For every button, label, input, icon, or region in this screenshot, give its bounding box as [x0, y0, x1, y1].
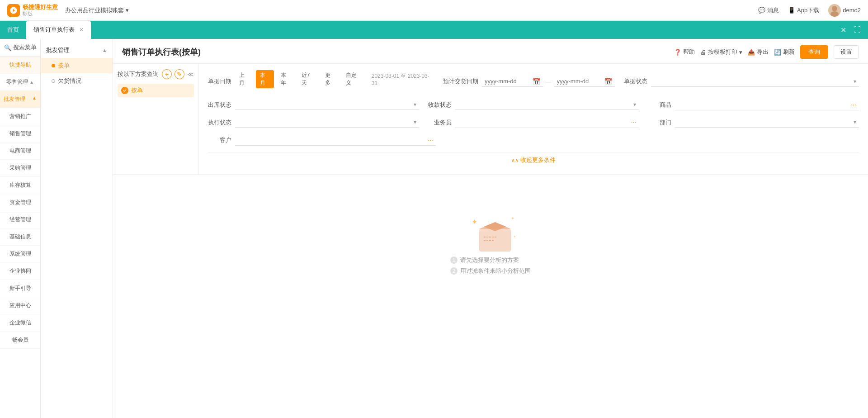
- export-label: 导出: [757, 48, 769, 56]
- sidebar-item-member-label: 畅会员: [12, 337, 28, 343]
- user-menu[interactable]: demo2: [828, 4, 861, 17]
- collapse-up-icon: ∧∧: [511, 157, 519, 163]
- date-tag-cur-year[interactable]: 本年: [277, 70, 295, 88]
- sidebar-item-finance[interactable]: 资金管理: [0, 194, 40, 211]
- recv-status-select[interactable]: ▾: [455, 100, 639, 110]
- sidebar-item-wechat[interactable]: 企业微信: [0, 314, 40, 332]
- help-icon: ❓: [674, 49, 681, 56]
- filter-left-header: 按以下方案查询 + ✎ ≪: [118, 69, 194, 79]
- sidebar-item-operations[interactable]: 经营管理: [0, 211, 40, 228]
- sidebar-item-purchase-label: 采购管理: [9, 165, 31, 171]
- sidebar-item-inventory[interactable]: 库存核算: [0, 177, 40, 194]
- collapse-bar[interactable]: ∧∧ 收起更多条件: [208, 152, 859, 168]
- export-btn[interactable]: 📤 导出: [748, 48, 769, 56]
- sidebar-item-marketing[interactable]: 营销推广: [0, 108, 40, 125]
- goods-more-icon[interactable]: ···: [851, 101, 856, 108]
- sidebar-item-basics[interactable]: 基础信息: [0, 228, 40, 246]
- sidebar-item-system[interactable]: 系统管理: [0, 246, 40, 263]
- sidebar-item-wholesale[interactable]: 批发管理 ▲: [0, 91, 40, 108]
- sidebar-item-corp-label: 企业协同: [9, 268, 31, 274]
- sidebar-item-finance-label: 资金管理: [9, 199, 31, 205]
- message-icon: 💬: [758, 7, 765, 14]
- company-name: 办公用品行业模拟账套: [65, 6, 124, 14]
- print-chevron-icon: ▾: [739, 49, 742, 56]
- calendar-from-icon[interactable]: 📅: [533, 78, 540, 85]
- add-plan-btn[interactable]: +: [162, 69, 172, 79]
- query-button[interactable]: 查询: [800, 45, 828, 59]
- tab-minimize-icon[interactable]: ✕: [839, 24, 848, 36]
- expected-date-to-input[interactable]: [557, 78, 603, 85]
- filter-field-out-status: 出库状态 ▾: [208, 100, 419, 110]
- app-download-btn[interactable]: 📱 App下载: [788, 6, 819, 14]
- date-tag-last7[interactable]: 近7天: [297, 70, 318, 88]
- sub-item-debt-label: 欠货情况: [58, 77, 81, 85]
- salesman-more-icon[interactable]: ···: [631, 119, 637, 126]
- tab-bar-actions: ✕ ⛶: [839, 24, 868, 36]
- print-icon: 🖨: [700, 49, 706, 56]
- calendar-to-icon[interactable]: 📅: [604, 78, 612, 85]
- plan-item-order[interactable]: 按单: [118, 84, 194, 97]
- home-tab-label: 首页: [7, 26, 19, 34]
- brand-name: 畅捷通好生意: [23, 4, 58, 11]
- tab-home[interactable]: 首页: [0, 21, 26, 39]
- expected-date-label: 预计交货日期: [443, 77, 478, 86]
- customer-more-icon[interactable]: ···: [428, 136, 433, 143]
- sidebar: 🔍 搜索菜单 快捷导航 零售管理 ▲ 批发管理 ▲ 营销推广 销售管理 电商管理…: [0, 39, 41, 418]
- sidebar-item-purchase[interactable]: 采购管理: [0, 160, 40, 177]
- tab-sales-order[interactable]: 销售订单执行表 ✕: [26, 21, 91, 39]
- sidebar-item-member[interactable]: 畅会员: [0, 332, 40, 349]
- sub-section-header[interactable]: 批发管理 ▲: [41, 43, 113, 58]
- print-btn[interactable]: 🖨 按模板打印 ▾: [700, 48, 742, 56]
- sidebar-item-ecommerce[interactable]: 电商管理: [0, 142, 40, 160]
- out-status-select[interactable]: ▾: [235, 100, 419, 110]
- avatar: [828, 4, 841, 17]
- sidebar-search[interactable]: 🔍 搜索菜单: [0, 39, 40, 57]
- page-header: 销售订单执行表(按单) ❓ 帮助 🖨 按模板打印 ▾ 📤 导出: [113, 39, 868, 64]
- top-bar-right: 💬 消息 📱 App下载 demo2: [758, 4, 861, 17]
- sidebar-item-newbie[interactable]: 新手引导: [0, 280, 40, 297]
- help-label: 帮助: [683, 48, 695, 56]
- filter-field-status: 单据状态 ▾: [624, 76, 859, 87]
- sidebar-item-appstore[interactable]: 应用中心: [0, 297, 40, 314]
- page-actions: ❓ 帮助 🖨 按模板打印 ▾ 📤 导出 🔄 刷新: [674, 45, 859, 59]
- status-chevron-icon: ▾: [854, 78, 856, 85]
- help-btn[interactable]: ❓ 帮助: [674, 48, 695, 56]
- svg-rect-2: [479, 229, 511, 252]
- status-select[interactable]: ▾: [651, 76, 859, 87]
- sidebar-item-quick-nav[interactable]: 快捷导航: [0, 57, 40, 74]
- hint-num-1: 1: [450, 256, 458, 264]
- empty-illustration: ✦ ✦ ✦: [468, 211, 513, 247]
- refresh-btn[interactable]: 🔄 刷新: [774, 48, 795, 56]
- filter-left-actions: + ✎ ≪: [162, 69, 194, 79]
- refresh-label: 刷新: [783, 48, 795, 56]
- tab-close-icon[interactable]: ✕: [79, 27, 84, 33]
- date-tag-custom[interactable]: 自定义: [342, 70, 365, 88]
- sidebar-item-retail[interactable]: 零售管理 ▲: [0, 74, 40, 91]
- expected-date-range: 📅 — 📅: [482, 76, 615, 87]
- edit-plan-btn[interactable]: ✎: [175, 69, 184, 79]
- sub-item-debt-dot: [52, 79, 55, 83]
- filter-row-4: 客户 ···: [208, 134, 436, 146]
- svg-point-1: [830, 11, 839, 17]
- sub-item-order[interactable]: 按单: [41, 58, 113, 73]
- sub-item-debt[interactable]: 欠货情况: [41, 73, 113, 89]
- date-tag-prev-month[interactable]: 上月: [235, 70, 253, 88]
- dept-chevron-icon: ▾: [854, 119, 856, 125]
- user-name: demo2: [843, 7, 861, 14]
- date-tag-bar: 上月 本月 本年 近7天 更多 自定义 2023-03-01 至 2023-03…: [235, 70, 434, 88]
- date-tag-cur-month[interactable]: 本月: [256, 70, 274, 88]
- date-tag-more[interactable]: 更多: [321, 70, 339, 88]
- exec-status-select[interactable]: ▾: [235, 117, 419, 128]
- plan-item-label: 按单: [131, 86, 143, 95]
- collapse-panel-btn[interactable]: ≪: [187, 71, 194, 78]
- app-label: App下载: [797, 6, 819, 14]
- settings-button[interactable]: 设置: [834, 45, 859, 59]
- tab-expand-icon[interactable]: ⛶: [852, 24, 863, 36]
- quick-nav-label: 快捷导航: [9, 62, 31, 68]
- sidebar-item-corp[interactable]: 企业协同: [0, 263, 40, 280]
- sidebar-item-sales[interactable]: 销售管理: [0, 125, 40, 142]
- dept-select[interactable]: ▾: [675, 117, 859, 128]
- expected-date-from-input[interactable]: [485, 78, 531, 85]
- message-btn[interactable]: 💬 消息: [758, 6, 779, 14]
- company-selector[interactable]: 办公用品行业模拟账套 ▾: [61, 5, 132, 16]
